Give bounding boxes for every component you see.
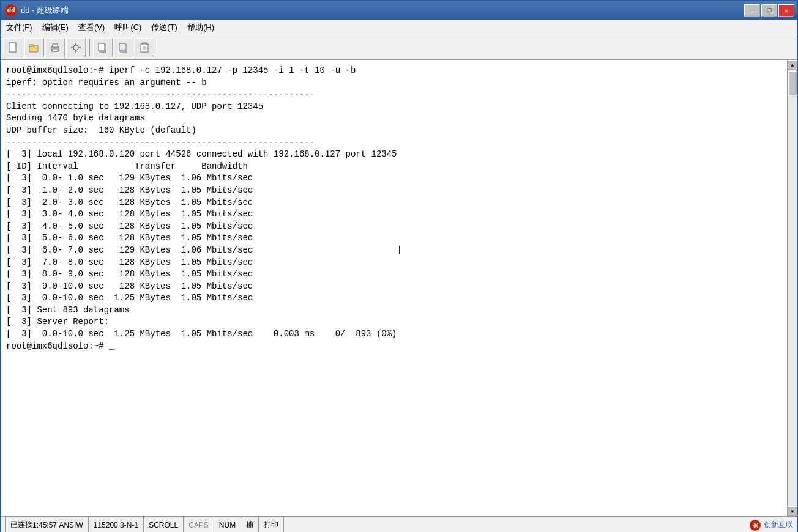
status-num: NUM bbox=[214, 517, 241, 532]
status-encoding: ANSIW bbox=[59, 521, 83, 530]
toolbar-copy2-btn[interactable] bbox=[114, 38, 133, 57]
svg-rect-2 bbox=[29, 45, 33, 46]
status-connected-text: 已连接 bbox=[10, 520, 32, 530]
toolbar bbox=[1, 35, 797, 60]
status-baudrate: 115200 8-N-1 bbox=[89, 517, 144, 532]
menu-help[interactable]: 帮助(H) bbox=[182, 21, 219, 34]
brand-logo: 创 创新互联 bbox=[749, 519, 793, 531]
svg-rect-5 bbox=[53, 49, 58, 51]
svg-rect-4 bbox=[53, 44, 58, 47]
status-scroll: SCROLL bbox=[144, 517, 184, 532]
scroll-track[interactable] bbox=[788, 70, 797, 506]
maximize-button[interactable]: □ bbox=[761, 4, 777, 17]
toolbar-copy-btn[interactable] bbox=[93, 38, 113, 57]
svg-rect-12 bbox=[99, 43, 105, 51]
title-bar-left: dd dd - 超级终端 bbox=[5, 4, 69, 17]
close-button[interactable]: ✕ bbox=[778, 4, 794, 17]
status-caps: CAPS bbox=[184, 517, 214, 532]
app-icon-text: dd bbox=[7, 7, 15, 14]
svg-rect-0 bbox=[9, 43, 16, 52]
scroll-up-button[interactable]: ▲ bbox=[788, 60, 797, 70]
menu-bar: 文件(F) 编辑(E) 查看(V) 呼叫(C) 传送(T) 帮助(H) bbox=[1, 20, 797, 35]
status-connection: 已连接 1:45:57 ANSIW bbox=[5, 517, 89, 532]
title-bar-controls: ─ □ ✕ bbox=[744, 4, 794, 17]
brand-icon: 创 bbox=[749, 519, 761, 531]
scroll-down-button[interactable]: ▼ bbox=[788, 506, 797, 516]
main-area: root@imx6qdlsolo:~# iperf -c 192.168.0.1… bbox=[1, 60, 797, 516]
svg-rect-16 bbox=[141, 44, 148, 52]
vertical-scrollbar[interactable]: ▲ ▼ bbox=[787, 60, 797, 516]
brand-text: 创新互联 bbox=[764, 520, 793, 530]
svg-text:创: 创 bbox=[752, 523, 758, 529]
status-capture: 捕 bbox=[241, 517, 259, 532]
toolbar-open-btn[interactable] bbox=[24, 38, 44, 57]
svg-rect-14 bbox=[119, 43, 125, 51]
status-brand: 创 创新互联 bbox=[749, 519, 793, 531]
status-print: 打印 bbox=[259, 517, 284, 532]
app-icon: dd bbox=[5, 4, 17, 17]
title-bar: dd dd - 超级终端 ─ □ ✕ bbox=[1, 1, 797, 20]
menu-view[interactable]: 查看(V) bbox=[73, 21, 110, 34]
toolbar-separator-1 bbox=[89, 39, 90, 56]
toolbar-paste-btn[interactable] bbox=[135, 38, 154, 57]
menu-edit[interactable]: 编辑(E) bbox=[37, 21, 73, 34]
toolbar-print-btn[interactable] bbox=[45, 38, 65, 57]
svg-point-6 bbox=[73, 45, 78, 50]
scroll-thumb[interactable] bbox=[788, 71, 797, 95]
status-time: 1:45:57 bbox=[32, 521, 57, 530]
minimize-button[interactable]: ─ bbox=[744, 4, 760, 17]
menu-file[interactable]: 文件(F) bbox=[1, 21, 37, 34]
menu-call[interactable]: 呼叫(C) bbox=[110, 21, 146, 34]
status-bar: 已连接 1:45:57 ANSIW 115200 8-N-1 SCROLL CA… bbox=[1, 516, 797, 532]
window-title: dd - 超级终端 bbox=[21, 5, 69, 16]
terminal-output[interactable]: root@imx6qdlsolo:~# iperf -c 192.168.0.1… bbox=[1, 60, 787, 516]
toolbar-new-btn[interactable] bbox=[4, 38, 23, 57]
menu-transfer[interactable]: 传送(T) bbox=[146, 21, 182, 34]
main-window: dd dd - 超级终端 ─ □ ✕ 文件(F) 编辑(E) 查看(V) 呼叫(… bbox=[0, 0, 798, 532]
toolbar-properties-btn[interactable] bbox=[66, 38, 86, 57]
terminal-text: root@imx6qdlsolo:~# iperf -c 192.168.0.1… bbox=[6, 65, 782, 352]
